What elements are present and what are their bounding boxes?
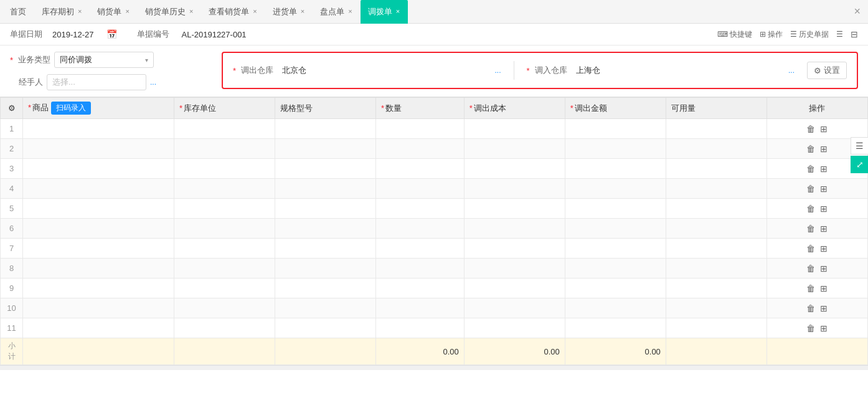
cell-cost[interactable]	[464, 199, 565, 219]
cell-amount[interactable]	[565, 278, 666, 298]
cell-spec[interactable]	[275, 199, 376, 219]
handler-select[interactable]: 选择...	[47, 74, 146, 90]
delete-icon[interactable]: 🗑	[806, 323, 815, 333]
delete-icon[interactable]: 🗑	[806, 264, 815, 274]
delete-icon[interactable]: 🗑	[806, 244, 815, 254]
cell-product[interactable]	[23, 219, 174, 239]
cell-qty[interactable]	[376, 159, 465, 179]
cell-spec[interactable]	[275, 219, 376, 239]
cell-spec[interactable]	[275, 159, 376, 179]
tab-close-sales-order[interactable]: ×	[125, 8, 129, 15]
cell-spec[interactable]	[275, 239, 376, 259]
cell-spec[interactable]	[275, 278, 376, 298]
copy-icon[interactable]: ⊞	[820, 204, 828, 214]
cell-cost[interactable]	[464, 219, 565, 239]
cell-product[interactable]	[23, 179, 174, 199]
cell-cost[interactable]	[464, 278, 565, 298]
cell-unit[interactable]	[174, 199, 275, 219]
cell-spec[interactable]	[275, 318, 376, 338]
cell-amount[interactable]	[565, 318, 666, 338]
delete-icon[interactable]: 🗑	[806, 164, 815, 174]
cell-qty[interactable]	[376, 318, 465, 338]
cell-unit[interactable]	[174, 139, 275, 159]
window-close-icon[interactable]: ×	[854, 5, 861, 18]
copy-icon[interactable]: ⊞	[820, 323, 828, 333]
copy-icon[interactable]: ⊞	[820, 164, 828, 174]
cell-product[interactable]	[23, 278, 174, 298]
cell-available[interactable]	[666, 139, 767, 159]
cell-amount[interactable]	[565, 119, 666, 139]
cell-available[interactable]	[666, 119, 767, 139]
warehouse-out-more-btn[interactable]: ...	[494, 66, 501, 75]
float-expand-btn[interactable]: ⤢	[851, 156, 868, 173]
float-list-btn[interactable]: ☰	[851, 137, 868, 155]
cell-qty[interactable]	[376, 239, 465, 259]
delete-icon[interactable]: 🗑	[806, 303, 815, 313]
cell-cost[interactable]	[464, 159, 565, 179]
cell-cost[interactable]	[464, 259, 565, 278]
copy-icon[interactable]: ⊞	[820, 244, 828, 254]
cell-unit[interactable]	[174, 159, 275, 179]
cell-cost[interactable]	[464, 298, 565, 318]
cell-unit[interactable]	[174, 179, 275, 199]
tab-sales-order[interactable]: 销货单×	[90, 0, 137, 24]
tab-close-view-sales[interactable]: ×	[253, 8, 257, 15]
cell-available[interactable]	[666, 259, 767, 278]
cell-amount[interactable]	[565, 139, 666, 159]
cell-product[interactable]	[23, 298, 174, 318]
warehouse-in-more-btn[interactable]: ...	[788, 66, 795, 75]
history-btn[interactable]: ☰ 历史单据	[790, 29, 829, 40]
cell-amount[interactable]	[565, 259, 666, 278]
business-type-select[interactable]: 同价调拨 ▾	[54, 52, 154, 68]
cell-unit[interactable]	[174, 219, 275, 239]
delete-icon[interactable]: 🗑	[806, 283, 815, 293]
tab-inventory-init[interactable]: 库存期初×	[34, 0, 90, 24]
cell-available[interactable]	[666, 278, 767, 298]
handler-more-btn[interactable]: ...	[150, 78, 156, 87]
cell-unit[interactable]	[174, 298, 275, 318]
delete-icon[interactable]: 🗑	[806, 204, 815, 214]
cell-spec[interactable]	[275, 298, 376, 318]
copy-icon[interactable]: ⊞	[820, 124, 828, 134]
cell-unit[interactable]	[174, 239, 275, 259]
cell-qty[interactable]	[376, 278, 465, 298]
cell-qty[interactable]	[376, 298, 465, 318]
cell-available[interactable]	[666, 179, 767, 199]
cell-spec[interactable]	[275, 139, 376, 159]
cell-available[interactable]	[666, 298, 767, 318]
cell-qty[interactable]	[376, 199, 465, 219]
cell-product[interactable]	[23, 159, 174, 179]
delete-icon[interactable]: 🗑	[806, 124, 815, 134]
cell-qty[interactable]	[376, 259, 465, 278]
layout2-btn[interactable]: ⊟	[851, 29, 858, 39]
tab-close-sales-history[interactable]: ×	[189, 8, 193, 15]
cell-qty[interactable]	[376, 139, 465, 159]
cell-available[interactable]	[666, 199, 767, 219]
cell-amount[interactable]	[565, 199, 666, 219]
cell-amount[interactable]	[565, 298, 666, 318]
cell-amount[interactable]	[565, 239, 666, 259]
tab-home[interactable]: 首页	[2, 0, 34, 24]
cell-product[interactable]	[23, 259, 174, 278]
cell-available[interactable]	[666, 239, 767, 259]
cell-product[interactable]	[23, 199, 174, 219]
cell-product[interactable]	[23, 119, 174, 139]
calendar-icon[interactable]: 📅	[106, 29, 117, 39]
copy-icon[interactable]: ⊞	[820, 144, 828, 154]
cell-product[interactable]	[23, 239, 174, 259]
cell-unit[interactable]	[174, 278, 275, 298]
tab-close-inventory-init[interactable]: ×	[78, 8, 82, 15]
cell-qty[interactable]	[376, 119, 465, 139]
cell-cost[interactable]	[464, 318, 565, 338]
cell-qty[interactable]	[376, 179, 465, 199]
copy-icon[interactable]: ⊞	[820, 283, 828, 293]
tab-close-purchase-order[interactable]: ×	[301, 8, 304, 15]
delete-icon[interactable]: 🗑	[806, 184, 815, 194]
shortcuts-btn[interactable]: ⌨ 快捷键	[717, 29, 752, 40]
cell-unit[interactable]	[174, 259, 275, 278]
settings-button[interactable]: ⚙ 设置	[807, 62, 847, 79]
cell-cost[interactable]	[464, 119, 565, 139]
cell-available[interactable]	[666, 318, 767, 338]
cell-unit[interactable]	[174, 119, 275, 139]
cell-available[interactable]	[666, 219, 767, 239]
